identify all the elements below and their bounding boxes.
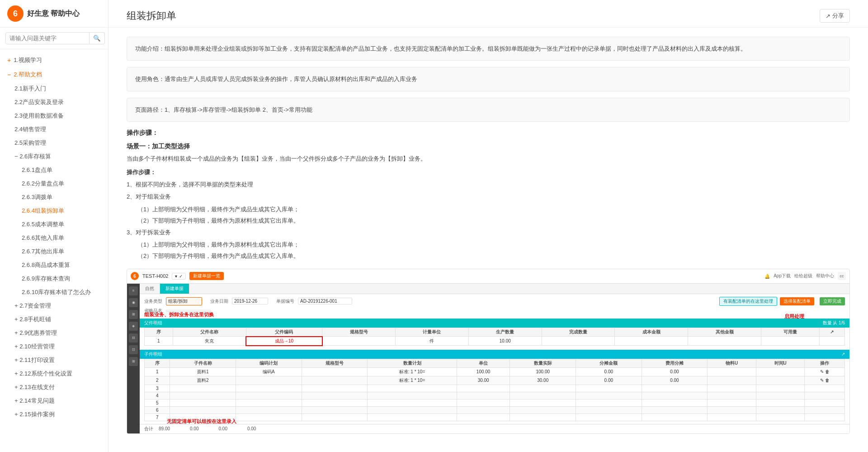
sidebar-item-docs[interactable]: − 2.帮助文档: [0, 67, 108, 82]
sidebar-item-mgmt[interactable]: + 2.10经营管理: [0, 340, 108, 353]
sidebar-item-custom[interactable]: + 2.12系统个性化设置: [0, 367, 108, 381]
app-user-btn[interactable]: cc: [838, 272, 846, 280]
step1: 1、根据不同的业务，选择不同单据的类型来处理: [127, 179, 850, 190]
upper-table-section: 序 父件名称 父件编码 规格型号 计量单位 生产数量 完成数量 成本金额 其他金: [140, 328, 849, 349]
app-tab-natural[interactable]: 自然: [140, 284, 160, 294]
total-val3: 0.00: [219, 426, 227, 431]
main-header: 组装拆卸单 ↗ 分享: [108, 0, 868, 28]
app-screenshot: 6 TEST-H002 ▾ ✓ 新建单据一览 🔔 App下载 给给超级 帮助中心: [127, 269, 850, 434]
process-btn[interactable]: 选择装配清单: [780, 297, 814, 305]
sidebar-item-assembly[interactable]: 2.6.4组装拆卸单: [0, 204, 108, 218]
sidebar-item-mobile[interactable]: + 2.8手机旺铺: [0, 313, 108, 326]
sidebar-item-inventory[interactable]: − 2.6库存核算: [0, 150, 108, 163]
sidebar: 6 好生意 帮助中心 🔍 + 1.视频学习 − 2.帮助文档 2.1新手入门 2…: [0, 0, 108, 452]
upper-th-cost: 成本金额: [615, 328, 688, 337]
lower-table-row-3: 3: [145, 385, 845, 392]
sidebar-item-otherout[interactable]: 2.6.7其他出库单: [0, 245, 108, 258]
total-val4: 0.00: [247, 426, 256, 431]
plus-icon-7: +: [14, 370, 18, 377]
sidebar-item-error[interactable]: 2.6.10库存账本错了怎么办: [0, 285, 108, 299]
sidebar-item-cost[interactable]: 2.6.5成本调整单: [0, 218, 108, 231]
upper-th-code: 父件编码: [246, 328, 322, 337]
bill-input[interactable]: AD-20191226-001: [298, 298, 352, 305]
scene1-title: 场景一：加工类型选择: [127, 143, 850, 151]
sidebar-item-video[interactable]: + 1.视频学习: [0, 53, 108, 67]
app-new-btn[interactable]: 新建单据一览: [189, 272, 224, 280]
upper-th-spec: 规格型号: [322, 328, 396, 337]
upper-th-avail: 可用量: [761, 328, 820, 337]
nav-list: + 1.视频学习 − 2.帮助文档 2.1新手入门 2.2产品安装及登录 2.3…: [0, 49, 108, 425]
share-button[interactable]: ↗ 分享: [820, 9, 850, 23]
sidebar-item-print[interactable]: + 2.11打印设置: [0, 353, 108, 367]
total-label: 合计: [144, 426, 153, 432]
total-val1: 89.00: [159, 426, 170, 431]
app-icon-2[interactable]: ◉: [129, 298, 138, 307]
app-icon-6[interactable]: ⊡: [129, 345, 138, 354]
lower-table: 序 子件名称 编码计划 规格型号 数量计划 单位 数量实际 分摊金额 费用分摊: [144, 359, 845, 421]
type-label: 业务类型: [144, 298, 162, 305]
app-topbar-left: 6 TEST-H002 ▾ ✓ 新建单据一览: [131, 272, 224, 280]
upper-th-op: ↗: [819, 328, 844, 337]
app-topbar-right: 🔔 App下载 给给超级 帮助中心 cc: [764, 272, 846, 280]
date-input[interactable]: 2019-12-26: [232, 298, 268, 305]
sidebar-item-newcomer[interactable]: 2.1新手入门: [0, 82, 108, 95]
page-title: 组装拆卸单: [127, 9, 176, 23]
step2-sub2: （2）下部明细为子件明细，最终作为原材料生成其它出库单。: [137, 215, 850, 226]
sidebar-item-sales[interactable]: 2.4销售管理: [0, 123, 108, 136]
app-left-icons: ≡ ◉ ⊞ ◈ ⊟ ⊡ ⊞: [127, 284, 140, 433]
feature-intro-text: 功能介绍：组装拆卸单用来处理企业组装或拆卸等加工业务，支持有固定装配清单的产品加…: [135, 45, 746, 52]
screenshot-content: 6 TEST-H002 ▾ ✓ 新建单据一览 🔔 App下载 给给超级 帮助中心: [127, 269, 849, 433]
sidebar-item-coupon[interactable]: + 2.9优惠券管理: [0, 326, 108, 340]
app-icon-5[interactable]: ⊟: [129, 333, 138, 343]
upper-th-done: 完成数量: [542, 328, 615, 337]
search-input[interactable]: [5, 32, 90, 44]
step3-sub2: （2）下部明细为子件明细，最终作为产成品生成其它入库单。: [137, 251, 850, 261]
upper-table-row-1: 1 夹克 成品→10 件 10.00: [145, 337, 845, 346]
minus-icon-2: −: [14, 153, 18, 160]
sidebar-item-goodscost[interactable]: 2.6.8商品成本重算: [0, 258, 108, 272]
sidebar-item-cash[interactable]: + 2.7资金管理: [0, 299, 108, 313]
scene1-desc: 当由多个子件材料组装成一个成品的业务为【组装】业务，当由一个父件拆分成多个子产品…: [127, 153, 850, 164]
annotation-switch: 组装业务、拆卸业务在这里切换: [144, 311, 214, 318]
search-button[interactable]: 🔍: [90, 32, 105, 44]
minus-icon: −: [7, 71, 11, 78]
app-selector[interactable]: ▾ ✓: [172, 273, 186, 280]
search-box[interactable]: 🔍: [0, 28, 108, 49]
sidebar-item-stocktake2[interactable]: 2.6.2分量盘点单: [0, 177, 108, 190]
sidebar-item-pay[interactable]: + 2.13在线支付: [0, 381, 108, 394]
upper-th-name: 父件名称: [173, 328, 246, 337]
upper-th-seq: 序: [145, 328, 173, 337]
upper-section-header: 父件明细 数量 从 1/6: [140, 319, 849, 328]
sidebar-item-case[interactable]: + 2.15操作案例: [0, 408, 108, 421]
app-icon-1[interactable]: ≡: [129, 286, 138, 295]
plus-icon-3: +: [14, 316, 18, 323]
sidebar-item-query[interactable]: 2.6.9库存账本查询: [0, 272, 108, 285]
sidebar-item-transfer[interactable]: 2.6.3调拨单: [0, 190, 108, 204]
type-input[interactable]: 组装/拆卸: [166, 297, 202, 305]
sidebar-item-stocktake[interactable]: 2.6.1盘点单: [0, 163, 108, 177]
plus-icon-4: +: [14, 329, 18, 336]
date-label: 业务日期: [210, 298, 228, 305]
confirm-btn[interactable]: 立即完成: [820, 297, 845, 305]
sidebar-item-otherin[interactable]: 2.6.6其他入库单: [0, 231, 108, 245]
lower-table-row-4: 4: [145, 392, 845, 399]
upper-table-header: 序 父件名称 父件编码 规格型号 计量单位 生产数量 完成数量 成本金额 其他金: [145, 328, 845, 337]
sidebar-item-install[interactable]: 2.2产品安装及登录: [0, 95, 108, 109]
plus-icon: +: [7, 57, 11, 64]
sidebar-item-faq[interactable]: + 2.14常见问题: [0, 394, 108, 408]
app-tab-new[interactable]: 新建单据: [160, 284, 189, 294]
app-icon-7[interactable]: ⊞: [129, 357, 138, 366]
app-icon-3[interactable]: ⊞: [129, 310, 138, 319]
upper-th-unit: 计量单位: [396, 328, 469, 337]
app-icon-4[interactable]: ◈: [129, 322, 138, 331]
lower-section-header: 子件明细 ↗: [140, 350, 849, 359]
upper-th-plan: 生产数量: [468, 328, 542, 337]
app-bottom-bar: 合计 89.00 0.00 0.00 0.00: [140, 424, 849, 433]
role-intro-block: 使用角色：通常由生产人员或库管人员完成拆装业务的操作，库管人员确认原材料的出库和…: [127, 67, 850, 91]
lower-table-row-7: 7: [145, 414, 845, 421]
role-intro-text: 使用角色：通常由生产人员或库管人员完成拆装业务的操作，库管人员确认原材料的出库和…: [135, 76, 417, 82]
sidebar-item-data[interactable]: 2.3使用前数据准备: [0, 109, 108, 123]
path-intro-text: 页面路径：1、库存核算->库存管理->组装拆卸单 2、首页->常用功能: [135, 106, 312, 113]
sidebar-item-purchase[interactable]: 2.5采购管理: [0, 136, 108, 150]
step2-sub1: （1）上部明细为父件明细，最终作为产成品生成其它入库单；: [137, 204, 850, 214]
